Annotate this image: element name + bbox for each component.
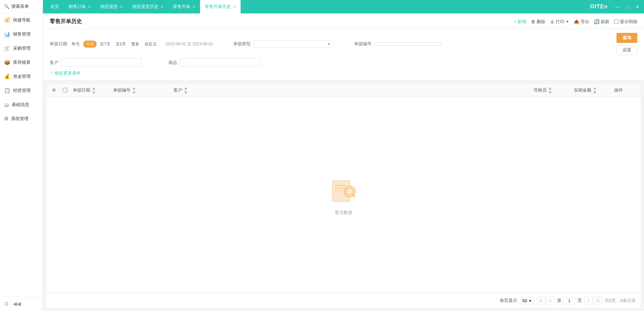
- sidebar-item-quick-nav[interactable]: 🧭 快捷导航: [0, 13, 43, 27]
- tab-sales-order-close[interactable]: ✕: [88, 5, 91, 9]
- sort-customer-icon: ▲▼: [184, 86, 188, 95]
- page-nav-right: ⟩ ⟩⟩: [585, 297, 602, 305]
- search-icon: 🔍: [4, 4, 9, 9]
- col-num[interactable]: 单据编号 ▲▼: [110, 86, 171, 95]
- customer-input[interactable]: ···: [61, 58, 142, 67]
- col-guide-label: 导购员: [534, 87, 547, 93]
- sidebar-item-operation[interactable]: 📋 经营管理: [0, 84, 43, 98]
- content-area: 零售开单历史 + 新增 🗑 删除 🖨 打印 ▼ 📤 导出 🔄: [43, 13, 644, 311]
- filter-date: 单据日期 昨天 今天 近7天 近1月 更多 自定义: [50, 41, 159, 48]
- last-page-btn[interactable]: ⟩⟩: [594, 297, 602, 305]
- sidebar-item-label: 销售管理: [13, 31, 31, 37]
- display-detail-checkbox[interactable]: [614, 19, 618, 24]
- date-more[interactable]: 更多: [129, 41, 141, 48]
- num-input[interactable]: [374, 42, 441, 46]
- page-number-input[interactable]: [563, 297, 576, 304]
- page-nav: ⟨⟨ ⟨: [537, 297, 554, 305]
- filter-goods: 商品 ···: [168, 58, 260, 67]
- sort-amount-icon: ▲▼: [593, 86, 597, 95]
- display-detail-check[interactable]: 显示明细: [614, 19, 637, 25]
- empty-state: 暂无数据: [46, 97, 641, 293]
- settings-button[interactable]: 设置: [616, 45, 637, 55]
- per-page-select[interactable]: 50 ▼: [520, 297, 534, 304]
- date-1month[interactable]: 近1月: [114, 41, 128, 48]
- col-amount[interactable]: 实销金额 ▲▼: [571, 86, 611, 95]
- collapse-filter-link[interactable]: ⌃ 收起更多条件: [50, 70, 637, 76]
- export-label: 导出: [581, 19, 589, 25]
- tab-retail-history[interactable]: 零售开单历史 ✕: [200, 0, 241, 13]
- tab-retail-open[interactable]: 零售开单 ✕: [168, 0, 200, 13]
- date-custom[interactable]: 自定义: [143, 41, 159, 48]
- empty-svg: [327, 174, 360, 204]
- export-button[interactable]: 📤 导出: [574, 19, 589, 25]
- col-guide[interactable]: 导购员 ▲▼: [531, 86, 571, 95]
- sidebar-search[interactable]: 🔍 搜索采单: [0, 0, 43, 13]
- pagination: 每页显示 50 ▼ ⟨⟨ ⟨ 第 页 ⟩ ⟩⟩ 共0页，0: [46, 293, 641, 308]
- empty-illustration: [327, 174, 360, 204]
- tab-sales-return-history-label: 销货退货历史: [132, 4, 158, 10]
- goods-placeholder: ···: [183, 60, 189, 65]
- col-customer[interactable]: 客户 ▲▼: [171, 86, 531, 95]
- page-info: 第 页: [557, 297, 582, 304]
- next-page-btn[interactable]: ⟩: [585, 297, 593, 305]
- chevron-up-icon: ⌃: [50, 71, 53, 76]
- type-select[interactable]: ▼: [253, 40, 334, 48]
- sidebar-item-base-info[interactable]: 🗂 基础信息: [0, 98, 43, 112]
- tab-sales-return-history-close[interactable]: ✕: [160, 5, 163, 9]
- collapse-sidebar-icon[interactable]: ◀◀: [13, 301, 21, 307]
- first-page-btn[interactable]: ⟨⟨: [537, 297, 545, 305]
- brand-label: OfTEn: [587, 4, 610, 10]
- sidebar-item-finance[interactable]: 💰 资金管理: [0, 69, 43, 84]
- sidebar-item-label: 经营管理: [13, 88, 31, 94]
- tab-sales-return-close[interactable]: ✕: [120, 5, 123, 9]
- delete-button[interactable]: 🗑 删除: [531, 19, 545, 25]
- tab-sales-return[interactable]: 销货退货 ✕: [96, 0, 128, 13]
- date-7days[interactable]: 近7天: [98, 41, 112, 48]
- tab-sales-order[interactable]: 销售订单 ✕: [64, 0, 96, 13]
- prev-page-btn[interactable]: ⟨: [546, 297, 554, 305]
- column-settings-btn[interactable]: ⚙: [49, 88, 59, 93]
- goods-input[interactable]: ···: [180, 58, 260, 67]
- col-date[interactable]: 单据日期 ▲▼: [70, 86, 110, 95]
- maximize-btn[interactable]: □: [624, 4, 631, 9]
- tab-retail-history-close[interactable]: ✕: [233, 5, 236, 9]
- sales-mgmt-icon: 📊: [4, 31, 10, 37]
- filter-date-range-display: 2023-06-02 至 2023-06-02: [165, 41, 213, 47]
- sidebar-item-sales-mgmt[interactable]: 📊 销售管理: [0, 27, 43, 41]
- sidebar-item-stock[interactable]: 📦 库存核算: [0, 55, 43, 69]
- page-header: 零售开单历史 + 新增 🗑 删除 🖨 打印 ▼ 📤 导出 🔄: [43, 13, 644, 29]
- num-filter-label: 单据编号: [354, 41, 371, 47]
- minimize-btn[interactable]: —: [613, 4, 622, 9]
- collapse-label: 收起更多条件: [55, 70, 81, 76]
- base-info-icon: 🗂: [4, 102, 9, 108]
- total-text: 共0页，0条记录: [605, 298, 636, 304]
- sidebar-item-label: 资金管理: [13, 73, 31, 80]
- tab-sales-return-history[interactable]: 销货退货历史 ✕: [128, 0, 168, 13]
- tab-home[interactable]: 首页: [46, 0, 64, 13]
- sidebar-search-label: 搜索采单: [11, 3, 29, 9]
- refresh-button[interactable]: 🔄 刷新: [594, 19, 609, 25]
- sidebar-item-sys-mgmt[interactable]: ⚙ 系统管理: [0, 112, 43, 126]
- tab-bar: 首页 销售订单 ✕ 销货退货 ✕ 销货退货历史 ✕ 零售开单 ✕ 零售开单历史 …: [43, 0, 644, 13]
- select-all-checkbox[interactable]: [63, 88, 67, 92]
- settings-icon[interactable]: ⚙: [4, 301, 9, 307]
- select-all-checkbox-wrapper[interactable]: [59, 88, 70, 92]
- tab-retail-open-close[interactable]: ✕: [192, 5, 195, 9]
- customer-filter-label: 客户: [50, 60, 58, 66]
- date-today[interactable]: 今天: [83, 41, 97, 48]
- sidebar-item-purchase-mgmt[interactable]: 🛒 采购管理: [0, 41, 43, 55]
- sidebar-bottom: ⚙ ◀◀: [0, 296, 43, 311]
- query-button[interactable]: 查询: [616, 33, 637, 43]
- refresh-label: 刷新: [601, 19, 609, 25]
- customer-placeholder: ···: [64, 60, 70, 65]
- print-button[interactable]: 🖨 打印 ▼: [550, 19, 569, 25]
- trash-icon: 🗑: [531, 19, 535, 24]
- date-range-text: 2023-06-02 至 2023-06-02: [165, 41, 213, 47]
- add-button[interactable]: + 新增: [514, 19, 526, 25]
- delete-label: 删除: [537, 19, 545, 25]
- date-yesterday[interactable]: 昨天: [70, 41, 82, 48]
- date-shortcuts: 昨天 今天 近7天 近1月 更多 自定义: [70, 41, 159, 48]
- close-btn[interactable]: ✕: [634, 4, 641, 9]
- query-settings-group: 查询 设置: [616, 33, 637, 55]
- filter-row-1: 单据日期 昨天 今天 近7天 近1月 更多 自定义 2023-06-02 至 2…: [50, 33, 637, 55]
